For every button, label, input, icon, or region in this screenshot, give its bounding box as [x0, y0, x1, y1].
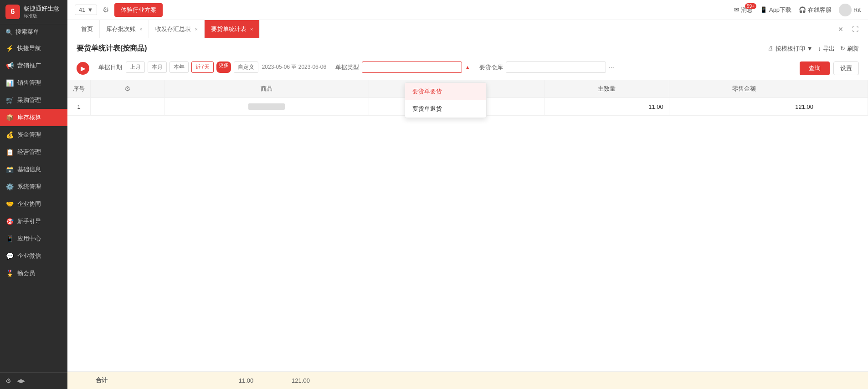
close-window-btn[interactable]: ✕ [835, 24, 846, 35]
doc-type-label: 单据类型 [335, 63, 359, 72]
avatar-image [839, 4, 852, 16]
sidebar-item-label: 库存核算 [17, 113, 41, 122]
guide-icon: 🎯 [5, 218, 14, 225]
tab-inventory-batch-close[interactable]: × [139, 26, 142, 32]
system-icon: ⚙️ [5, 183, 14, 190]
warehouse-input[interactable] [506, 61, 606, 73]
warehouse-label: 要货仓库 [479, 63, 503, 72]
collab-icon: 🤝 [5, 200, 14, 208]
app-download-label: App下载 [769, 6, 791, 14]
inventory-icon: 📦 [5, 114, 14, 121]
collapse-icon[interactable]: ◀▶ [17, 378, 25, 384]
sidebar-search-label: 搜索菜单 [15, 28, 39, 36]
refresh-btn[interactable]: ↻ 刷新 [840, 45, 859, 53]
date-btn-custom[interactable]: 自定义 [234, 61, 258, 73]
sidebar-item-finance[interactable]: 💰 资金管理 [0, 126, 67, 143]
settings-footer-icon[interactable]: ⚙ [5, 377, 11, 384]
basic-icon: 🗃️ [5, 166, 14, 173]
company-selector[interactable]: 41 ▼ [75, 5, 97, 15]
footer-amount: 121.00 [273, 377, 328, 384]
tab-inventory-batch-label: 库存批次账 [106, 25, 136, 33]
sidebar-item-shortcut[interactable]: ⚡ 快捷导航 [0, 40, 67, 57]
tab-receivable-summary-close[interactable]: × [195, 26, 197, 32]
col-header-qty: 主数量 [544, 80, 669, 98]
sidebar-item-sales[interactable]: 📊 销售管理 [0, 74, 67, 92]
query-button[interactable]: 查询 [800, 61, 830, 75]
headset-icon: 🎧 [799, 6, 806, 13]
search-icon: 🔍 [5, 29, 13, 36]
tab-requisition-stats[interactable]: 要货单统计表 × [205, 20, 260, 38]
sidebar-item-label: 应用中心 [17, 235, 41, 243]
tab-inventory-batch[interactable]: 库存批次账 × [100, 20, 149, 38]
col-header-settings[interactable]: ⚙ [91, 80, 164, 98]
page-content: 要货单统计表(按商品) 🖨 按模板打印 ▼ ↓ 导出 ↻ 刷新 [67, 38, 868, 389]
sidebar-item-appstore[interactable]: 📱 应用中心 [0, 230, 67, 247]
page-title: 要货单统计表(按商品) [77, 44, 147, 53]
sidebar-item-purchase[interactable]: 🛒 采购管理 [0, 92, 67, 109]
phone-icon: 📱 [760, 6, 767, 13]
print-template-btn[interactable]: 🖨 按模板打印 ▼ [768, 45, 813, 53]
sidebar-item-label: 畅会员 [17, 269, 35, 277]
messages-btn[interactable]: ✉ 消息 99+ [734, 6, 753, 14]
table-footer: 合计 11.00 121.00 [67, 371, 868, 389]
settings-button[interactable]: 设置 [833, 61, 859, 75]
cell-amount: 121.00 [669, 98, 819, 116]
sidebar-item-wechat[interactable]: 💬 企业微信 [0, 247, 67, 265]
date-quick-btns: 上月 本月 本年 近7天 更多 自定义 [126, 61, 258, 73]
print-template-label: 按模板打印 [776, 45, 805, 53]
page-header: 要货单统计表(按商品) 🖨 按模板打印 ▼ ↓ 导出 ↻ 刷新 [67, 38, 868, 57]
date-filter-label: 单据日期 [98, 63, 122, 72]
company-dropdown-icon: ▼ [87, 6, 93, 13]
date-btn-this-month[interactable]: 本月 [148, 61, 167, 73]
sidebar-item-label: 资金管理 [17, 131, 41, 139]
company-number: 41 [79, 6, 85, 13]
filter-expand-btn[interactable]: ▶ [77, 62, 89, 75]
app-download-btn[interactable]: 📱 App下载 [760, 6, 791, 14]
cell-index: 1 [67, 98, 91, 116]
date-more-badge[interactable]: 更多 [216, 61, 231, 73]
sidebar-item-guide[interactable]: 🎯 新手引导 [0, 213, 67, 230]
online-service-btn[interactable]: 🎧 在线客服 [799, 6, 832, 14]
expand-window-btn[interactable]: ⛶ [850, 24, 861, 35]
app-logo: 6 畅捷通好生意 标准版 [0, 0, 67, 24]
tab-home[interactable]: 首页 [75, 20, 100, 38]
sidebar-item-operations[interactable]: 📋 经营管理 [0, 143, 67, 161]
footer-qty: 11.00 [219, 377, 273, 384]
warehouse-more-btn[interactable]: ··· [609, 63, 615, 72]
app-name: 畅捷通好生意 [24, 5, 59, 13]
date-btn-last-month[interactable]: 上月 [126, 61, 145, 73]
sidebar-item-inventory[interactable]: 📦 库存核算 [0, 109, 67, 126]
tab-requisition-stats-close[interactable]: × [250, 26, 253, 32]
export-btn[interactable]: ↓ 导出 [818, 45, 835, 53]
expand-icon: ▶ [81, 65, 86, 72]
product-blurred [248, 103, 285, 110]
date-btn-last-7-days[interactable]: 近7天 [191, 61, 214, 73]
tab-home-label: 首页 [81, 25, 93, 33]
col-header-product: 商品 [164, 80, 369, 98]
sidebar-item-label: 采购管理 [17, 96, 41, 104]
doc-type-input[interactable] [362, 61, 462, 73]
dropdown-item-return[interactable]: 要货单退货 [405, 100, 486, 118]
sidebar-item-label: 销售管理 [17, 79, 41, 87]
logo-icon: 6 [5, 5, 20, 19]
sidebar-item-member[interactable]: 🎖️ 畅会员 [0, 265, 67, 282]
sidebar-item-marketing[interactable]: 📢 营销推广 [0, 57, 67, 74]
date-btn-this-year[interactable]: 本年 [169, 61, 189, 73]
col-header-amount: 零售金额 [669, 80, 819, 98]
sidebar-search[interactable]: 🔍 搜索菜单 [0, 24, 67, 40]
sidebar-item-system[interactable]: ⚙️ 系统管理 [0, 178, 67, 195]
tab-receivable-summary[interactable]: 收发存汇总表 × [149, 20, 204, 38]
sidebar-item-basic[interactable]: 🗃️ 基础信息 [0, 161, 67, 178]
trial-button[interactable]: 体验行业方案 [114, 3, 163, 17]
cell-qty: 11.00 [544, 98, 669, 116]
topbar-settings-icon[interactable]: ⚙ [103, 5, 109, 14]
page-actions: 🖨 按模板打印 ▼ ↓ 导出 ↻ 刷新 [768, 45, 859, 53]
sidebar-item-label: 基础信息 [17, 165, 41, 174]
filter-bar: ▶ 单据日期 上月 本月 本年 近7天 更多 自定义 2023-05-06 至 … [67, 57, 868, 80]
dropdown-item-order[interactable]: 要货单要货 [405, 83, 486, 100]
user-avatar[interactable]: Rit [839, 4, 861, 16]
topbar-left: 41 ▼ ⚙ 体验行业方案 [75, 3, 163, 17]
doc-type-caret-up[interactable]: ▲ [465, 64, 470, 71]
sidebar-item-collab[interactable]: 🤝 企业协同 [0, 195, 67, 213]
tab-receivable-summary-label: 收发存汇总表 [155, 25, 191, 33]
